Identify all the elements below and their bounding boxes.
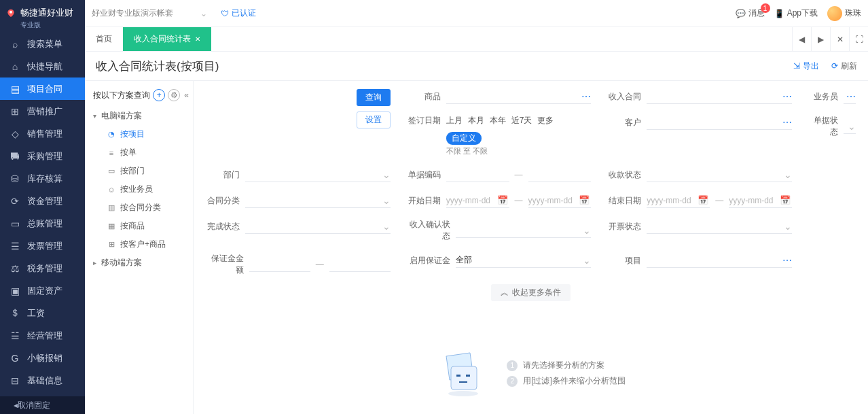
scheme-title: 按以下方案查询 <box>93 90 150 101</box>
sidebar-item-label: 营销推广 <box>27 105 62 118</box>
filter-qiyong-bzj: 启用保证金 全部⌄ <box>407 253 592 268</box>
caret-right-icon: ▶ <box>818 35 824 44</box>
sidebar-item-13[interactable]: ☱经营管理 <box>0 324 85 347</box>
scheme-item-label: 按项目 <box>120 128 145 140</box>
filter-ht-fenlei-select[interactable]: ⌄ <box>245 193 391 208</box>
sidebar-item-4[interactable]: ◇销售管理 <box>0 122 85 145</box>
scheme-group-mobile[interactable]: ▸ 移动端方案 <box>90 254 193 272</box>
collapse-label: 收起更多条件 <box>512 287 561 298</box>
start-date-from[interactable]: 📅 <box>446 193 509 208</box>
bzj-from[interactable] <box>249 257 310 272</box>
collapse-filters-button[interactable]: ︽ 收起更多条件 <box>491 284 571 301</box>
empty-state: 1 请先选择要分析的方案 2 用[过滤]条件来缩小分析范围 <box>194 305 868 414</box>
filter-bumen-label: 部门 <box>206 169 245 181</box>
date-opt-custom[interactable]: 自定义 <box>446 132 482 145</box>
close-icon[interactable]: ✕ <box>195 35 200 43</box>
sidebar-item-1[interactable]: ⌂快捷导航 <box>0 55 85 77</box>
tab-report[interactable]: 收入合同统计表 ✕ <box>123 27 211 51</box>
scheme-item-2[interactable]: ▭按部门 <box>90 162 193 180</box>
tab-home[interactable]: 首页 <box>85 27 123 51</box>
sidebar-item-8[interactable]: ▭总账管理 <box>0 212 85 235</box>
refresh-button[interactable]: ⟳ 刷新 <box>831 61 857 72</box>
bzj-to[interactable] <box>329 257 391 272</box>
scheme-add-button[interactable]: + <box>153 89 165 101</box>
sidebar-icon: ⛟ <box>10 151 20 162</box>
sidebar-item-9[interactable]: ☰发票管理 <box>0 235 85 257</box>
date-opt-this-month[interactable]: 本月 <box>468 115 484 126</box>
messages-button[interactable]: 💬 消息 1 <box>736 7 765 19</box>
filter-shouruht-input[interactable]: ⋯ <box>647 89 792 104</box>
caret-left-icon: ◀ <box>799 35 805 44</box>
tab-next-button[interactable]: ▶ <box>811 27 830 52</box>
filter-xiangmu-label: 项目 <box>607 255 647 266</box>
filter-kaipiao-select[interactable]: ⌄ <box>647 219 792 234</box>
account-select[interactable]: 好业财专业版演示帐套 ⌄ <box>92 7 207 19</box>
filter-wancheng-select[interactable]: ⌄ <box>245 219 391 234</box>
filter-kehu-input[interactable]: ⋯ <box>647 115 792 130</box>
end-date-to[interactable]: 📅 <box>729 193 792 208</box>
sidebar-item-6[interactable]: ⛁库存核算 <box>0 167 85 190</box>
sidebar-item-label: 发票管理 <box>27 240 62 252</box>
scheme-item-label: 按商品 <box>120 220 145 232</box>
scheme-item-0[interactable]: ◔按项目 <box>90 125 193 143</box>
filter-yewuyuan-input[interactable]: ⋯ <box>844 89 856 104</box>
sidebar-unpin[interactable]: ◂ 取消固定 <box>0 396 85 414</box>
scheme-panel: 按以下方案查询 + ⚙ « ▾ 电脑端方案 ◔按项目≡按单▭按部门☺按业务员▥按… <box>85 81 194 414</box>
filter-shouru-confirm-select[interactable]: ⌄ <box>456 223 592 238</box>
filter-qiyong-bzj-select[interactable]: 全部⌄ <box>456 253 592 268</box>
step-2-text: 用[过滤]条件来缩小分析范围 <box>523 375 626 387</box>
end-date-from[interactable]: 📅 <box>647 193 710 208</box>
filter-bumen-select[interactable]: ⌄ <box>245 167 391 182</box>
date-opt-this-year[interactable]: 本年 <box>490 115 506 126</box>
scheme-item-6[interactable]: ⊞按客户+商品 <box>90 235 193 254</box>
filter-danju-status-select[interactable]: ⌄ <box>844 119 856 134</box>
scheme-item-1[interactable]: ≡按单 <box>90 143 193 162</box>
sidebar-item-7[interactable]: ⟳资金管理 <box>0 190 85 212</box>
query-button[interactable]: 查询 <box>357 89 391 106</box>
sidebar-item-3[interactable]: ⊞营销推广 <box>0 100 85 122</box>
sidebar-item-15[interactable]: ⊟基础信息 <box>0 369 85 392</box>
chevron-down-icon: ⌄ <box>583 225 591 236</box>
app-download-button[interactable]: 📱 App下载 <box>774 7 818 19</box>
export-button[interactable]: ⇲ 导出 <box>793 61 819 72</box>
filter-danju-bm-from[interactable] <box>446 167 509 182</box>
refresh-icon: ⟳ <box>831 61 838 71</box>
start-date-to[interactable]: 📅 <box>528 193 592 208</box>
filter-danju-bm-to[interactable] <box>528 167 592 182</box>
scheme-settings-button[interactable]: ⚙ <box>168 89 180 101</box>
sidebar-item-10[interactable]: ⚖税务管理 <box>0 257 85 279</box>
scheme-group-pc[interactable]: ▾ 电脑端方案 <box>90 107 193 125</box>
filter-shangpin-input[interactable]: ⋯ <box>446 89 592 104</box>
scheme-item-5[interactable]: ▦按商品 <box>90 217 193 235</box>
calendar-icon: 📅 <box>698 195 708 205</box>
scheme-item-4[interactable]: ▥按合同分类 <box>90 199 193 217</box>
verified-badge: 🛡 已认证 <box>221 7 256 19</box>
close-icon: ✕ <box>837 35 844 44</box>
tab-prev-button[interactable]: ◀ <box>792 27 811 52</box>
filter-shouruht-label: 收入合同 <box>607 91 647 103</box>
phone-icon: 📱 <box>774 9 784 18</box>
date-opt-more[interactable]: 更多 <box>537 115 554 126</box>
sidebar-item-14[interactable]: G小畅报销 <box>0 347 85 369</box>
settings-button[interactable]: 设置 <box>357 111 391 128</box>
content: 按以下方案查询 + ⚙ « ▾ 电脑端方案 ◔按项目≡按单▭按部门☺按业务员▥按… <box>85 80 868 414</box>
sidebar-icon: G <box>10 353 20 364</box>
sidebar-item-11[interactable]: ▣固定资产 <box>0 279 85 302</box>
scheme-collapse-button[interactable]: « <box>184 90 189 100</box>
svg-rect-3 <box>456 375 460 377</box>
user-menu[interactable]: 珠珠 <box>827 6 861 21</box>
fullscreen-button[interactable]: ⛶ <box>849 27 868 52</box>
filter-shoukuan-status-select[interactable]: ⌄ <box>647 167 792 182</box>
date-opt-last-month[interactable]: 上月 <box>446 115 463 126</box>
sidebar-item-2[interactable]: ▤项目合同 <box>0 77 85 100</box>
date-opt-7days[interactable]: 近7天 <box>511 115 532 126</box>
sidebar-item-0[interactable]: ⌕搜索菜单 <box>0 33 85 55</box>
filter-danju-status-label: 单据状态 <box>808 115 844 138</box>
filter-shangpin: 商品 ⋯ <box>407 89 592 104</box>
filter-danju-bm: 单据编码 — <box>407 167 592 182</box>
tab-close-all-button[interactable]: ✕ <box>830 27 849 52</box>
filter-xiangmu-input[interactable]: ⋯ <box>647 253 792 268</box>
sidebar-item-5[interactable]: ⛟采购管理 <box>0 145 85 167</box>
scheme-item-3[interactable]: ☺按业务员 <box>90 180 193 199</box>
sidebar-item-12[interactable]: ＄工资 <box>0 302 85 324</box>
